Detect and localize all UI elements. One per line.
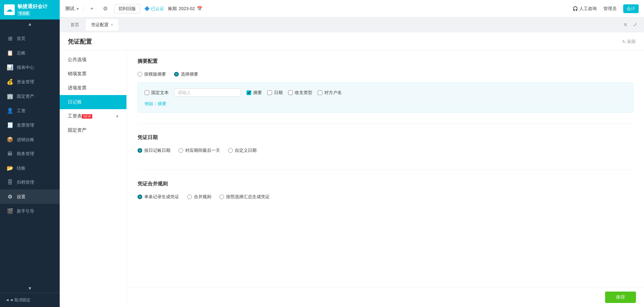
income-type-checkbox-item[interactable]: 收支类型 (288, 90, 312, 96)
sidebar-item-label: 结账 (17, 165, 25, 171)
left-nav-public[interactable]: 公共选项 (60, 53, 126, 67)
sidebar-item-label: 发票管理 (17, 122, 34, 128)
sidebar-item-label: 资金管理 (17, 79, 34, 85)
certified-status: 🔷 已认证 (144, 6, 164, 12)
summary-radio-select[interactable]: 选择摘要 (174, 71, 198, 77)
tab-close-btn[interactable]: × (111, 23, 113, 27)
sidebar-item-ledger[interactable]: 📋 总账 (0, 46, 60, 60)
consult-label: 人工咨询 (579, 6, 597, 12)
calendar-icon[interactable]: 📅 (197, 6, 202, 11)
sidebar-scroll-down[interactable]: ▼ (0, 284, 60, 292)
date-radio-daily[interactable]: 按日记账日期 (138, 147, 170, 154)
summary-section-title: 摘要配置 (138, 58, 633, 64)
date-radio-custom[interactable]: 自定义日期 (228, 147, 257, 154)
date-section-title: 凭证日期 (138, 134, 633, 141)
tab-voucher-config[interactable]: 凭证配置 × (86, 19, 118, 31)
sidebar-item-label: 设置 (17, 194, 25, 200)
sidebar-scroll-up[interactable]: ▲ (0, 20, 60, 28)
home-icon: ⊞ (7, 35, 13, 42)
summary-template-radio[interactable] (138, 72, 142, 77)
sidebar-item-guide[interactable]: 🎬 新手引导 (0, 204, 60, 218)
period-selector[interactable]: 账期 2023-02 📅 (168, 6, 202, 12)
switch-version-btn[interactable]: 切到旧版 (114, 4, 140, 13)
company-dropdown-icon[interactable]: ▾ (76, 6, 79, 11)
sidebar-item-report[interactable]: 📊 报表中心 (0, 60, 60, 75)
left-nav: 公共选项 销项发票 进项发票 日记账 工资表 NEW ▾ 固定资产 (60, 50, 127, 307)
tab-home-label: 首页 (70, 22, 79, 28)
date-daily-radio[interactable] (138, 148, 142, 153)
certified-icon: 🔷 (144, 6, 150, 11)
fixed-text-checkbox-item[interactable]: 固定文本 (145, 90, 169, 96)
refresh-btn[interactable]: ↻ 刷新 (622, 39, 636, 45)
fixed-text-checkbox[interactable] (145, 90, 149, 95)
merge-radio-single[interactable]: 单条记录生成凭证 (138, 194, 179, 200)
refresh-icon: ↻ (622, 39, 626, 44)
sidebar-item-home[interactable]: ⊞ 首页 (0, 31, 60, 46)
tabbar-right: ✕ ⤢ (622, 20, 639, 29)
cancel-fixed-btn[interactable]: ◄◄ 取消固定 (0, 293, 60, 307)
merge-section-title: 凭证合并规则 (138, 181, 633, 187)
expand-panel-btn[interactable]: ⤢ (632, 20, 639, 29)
fixed-text-input[interactable] (174, 88, 241, 97)
role-btn[interactable]: 会计 (623, 4, 639, 13)
income-type-checkbox[interactable] (288, 90, 293, 95)
summary-select-radio[interactable] (174, 72, 179, 77)
left-nav-sales[interactable]: 销项发票 (60, 67, 126, 81)
sidebar-item-fixed-asset[interactable]: 🏢 固定资产 (0, 89, 60, 103)
consult-btn[interactable]: 🎧 人工咨询 (573, 6, 597, 12)
right-panel-wrapper: 摘要配置 按模版摘要 选择摘要 (127, 50, 644, 307)
sidebar-item-tax[interactable]: 🏛 税务管理 (0, 147, 60, 161)
company-name: 测试 (65, 6, 74, 12)
date-checkbox-item[interactable]: 日期 (267, 90, 283, 96)
tab-home[interactable]: 首页 (65, 19, 85, 31)
left-nav-purchase[interactable]: 进项发票 (60, 81, 126, 95)
sidebar-nav: ⊞ 首页 📋 总账 📊 报表中心 💰 资金管理 🏢 固定资产 👤 工资 🧾 发票… (0, 29, 60, 284)
merge-rule-radio[interactable] (187, 194, 192, 199)
date-radio-last-day[interactable]: 对应期间最后一天 (178, 147, 220, 154)
tax-icon: 🏛 (7, 151, 13, 157)
sidebar-item-settings[interactable]: ⚙ 设置 (0, 189, 60, 204)
sidebar-item-archive[interactable]: 🗄 归档管理 (0, 175, 60, 189)
sidebar-item-fund[interactable]: 💰 资金管理 (0, 75, 60, 89)
summary-checkbox[interactable] (247, 90, 251, 95)
page-title: 凭证配置 (68, 38, 92, 46)
ledger-icon: 📋 (7, 50, 13, 56)
summary-checkbox-item[interactable]: 摘要 (247, 90, 262, 96)
user-btn[interactable]: 管理员 (601, 4, 619, 13)
sidebar-item-salary[interactable]: 👤 工资 (0, 103, 60, 118)
tabbar: 首页 凭证配置 × ✕ ⤢ (60, 17, 644, 32)
sidebar-item-label: 税务管理 (17, 151, 34, 157)
merge-radio-select[interactable]: 按照选择汇总生成凭证 (219, 194, 270, 200)
sidebar-item-label: 工资 (17, 108, 25, 114)
sidebar-item-label: 新手引导 (17, 208, 34, 214)
left-nav-fixed-asset[interactable]: 固定资产 (60, 123, 126, 137)
settings-btn[interactable]: ⚙ (101, 4, 110, 13)
date-custom-radio[interactable] (228, 148, 233, 153)
invoice-icon: 🧾 (7, 122, 13, 128)
close-panel-btn[interactable]: ✕ (622, 20, 629, 29)
consult-icon: 🎧 (573, 6, 578, 11)
sidebar: ☁ 畅捷通好会计 专业版 ▲ ⊞ 首页 📋 总账 📊 报表中心 💰 资金管理 🏢… (0, 0, 60, 307)
merge-radio-rule[interactable]: 合并规则 (187, 194, 211, 200)
date-radio-group: 按日记账日期 对应期间最后一天 自定义日期 (138, 147, 633, 154)
merge-select-radio[interactable] (219, 194, 224, 199)
sidebar-item-invoice[interactable]: 🧾 发票管理 (0, 118, 60, 132)
left-nav-journal[interactable]: 日记账 (60, 95, 126, 109)
content-header: 凭证配置 ↻ 刷新 (60, 32, 644, 50)
counterpart-checkbox[interactable] (318, 90, 322, 95)
merge-single-radio[interactable] (138, 194, 142, 199)
company-selector[interactable]: 测试 ▾ (65, 6, 79, 12)
date-last-day-radio[interactable] (178, 148, 183, 153)
sidebar-item-label: 报表中心 (17, 64, 34, 71)
sidebar-item-settle[interactable]: 📂 结账 (0, 161, 60, 175)
summary-radio-template[interactable]: 按模版摘要 (138, 71, 166, 77)
sidebar-item-trade[interactable]: 📦 进销台账 (0, 132, 60, 147)
date-checkbox[interactable] (267, 90, 272, 95)
report-icon: 📊 (7, 64, 13, 71)
topbar: 测试 ▾ + ⚙ 切到旧版 🔷 已认证 账期 2023-02 📅 🎧 人工咨询 … (60, 0, 644, 17)
left-nav-payroll[interactable]: 工资表 NEW ▾ (60, 109, 126, 123)
counterpart-checkbox-item[interactable]: 对方户名 (318, 90, 342, 96)
add-company-btn[interactable]: + (87, 4, 97, 13)
save-button[interactable]: 保存 (605, 292, 636, 303)
period-value: 2023-02 (179, 6, 195, 11)
